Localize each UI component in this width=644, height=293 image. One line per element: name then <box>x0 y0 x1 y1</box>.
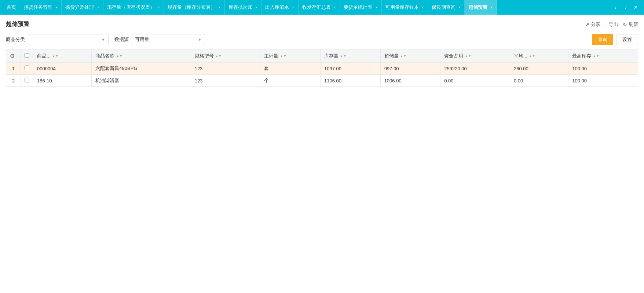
th-checkbox <box>21 50 33 63</box>
share-button[interactable]: ↗ 分享 <box>585 21 600 28</box>
nav-close-8[interactable]: × <box>375 5 377 10</box>
th-stock: 库存量 ▲▼ <box>320 50 380 63</box>
share-label: 分享 <box>591 21 600 28</box>
row-num-1: 2 <box>6 75 21 87</box>
th-capital-label: 资金占用 <box>444 53 463 59</box>
nav-item-label-9: 可用量库存账本 <box>385 4 419 11</box>
row-checkbox-0[interactable] <box>25 66 29 70</box>
th-capital: 资金占用 ▲▼ <box>440 50 510 63</box>
th-maxstock: 最高库存 ▲▼ <box>568 50 638 63</box>
th-settings: ⚙ <box>6 50 21 63</box>
export-button[interactable]: ↓ 导出 <box>605 21 618 28</box>
th-maxstock-sort-icon[interactable]: ▲▼ <box>593 55 599 58</box>
th-unit-sort-icon[interactable]: ▲▼ <box>280 55 286 58</box>
row-capital-0: 259220.00 <box>440 63 510 75</box>
select-all-checkbox[interactable] <box>25 53 29 58</box>
nav-item-label-6: 出入库流水 <box>265 4 289 11</box>
row-spec-0: 123 <box>191 63 260 75</box>
nav-close-5[interactable]: × <box>255 5 257 10</box>
nav-item-label-0: 首页 <box>7 4 16 11</box>
row-overstock-0: 997.00 <box>380 63 440 75</box>
nav-item-9[interactable]: 可用量库存账本× <box>382 0 428 15</box>
refresh-label: 刷新 <box>629 21 638 28</box>
datasource-dropdown-icon: ▼ <box>198 37 202 42</box>
row-num-0: 1 <box>6 63 21 75</box>
nav-item-label-8: 要货单统计表 <box>344 4 372 11</box>
row-stock-1: 1106.00 <box>320 75 380 87</box>
filter-row: 商品分类 ▼ 数据源 可用量 ▼ 查询 设置 <box>6 34 638 45</box>
export-icon: ↓ <box>605 22 607 27</box>
nav-close-7[interactable]: × <box>334 5 336 10</box>
nav-item-10[interactable]: 保质期查询× <box>428 0 465 15</box>
nav-close-11[interactable]: × <box>490 5 493 10</box>
row-checkbox-1[interactable] <box>25 78 29 82</box>
nav-item-label-7: 收发存汇总表 <box>302 4 331 11</box>
th-name-sort-icon[interactable]: ▲▼ <box>116 55 122 58</box>
th-avg-sort-icon[interactable]: ▲▼ <box>529 55 535 58</box>
page-header: 超储预警 ↗ 分享 ↓ 导出 ↻ 刷新 <box>6 21 638 28</box>
nav-item-1[interactable]: 拣货任务管理× <box>20 0 62 15</box>
nav-item-label-3: 现存量（库存状况表） <box>107 4 155 11</box>
settings-button[interactable]: 设置 <box>616 34 638 45</box>
th-name-label: 商品名称 <box>95 53 114 59</box>
refresh-button[interactable]: ↻ 刷新 <box>623 21 638 28</box>
th-unit: 主计量 ▲▼ <box>260 50 321 63</box>
th-code: 商品... ▲▼ <box>33 50 92 63</box>
th-avg: 平均... ▲▼ <box>510 50 568 63</box>
nav-close-9[interactable]: × <box>422 5 424 10</box>
row-checkbox-cell-0 <box>21 63 33 75</box>
nav-close-3[interactable]: × <box>158 5 160 10</box>
nav-arrows: ‹ › ✕ <box>610 0 641 15</box>
th-spec: 规格型号 ▲▼ <box>191 50 260 63</box>
row-code-0: 0000004 <box>33 63 92 75</box>
nav-item-2[interactable]: 拣货异常处理× <box>62 0 103 15</box>
row-avg-1: 0.00 <box>510 75 568 87</box>
th-overstock-sort-icon[interactable]: ▲▼ <box>400 55 407 58</box>
category-dropdown-icon: ▼ <box>101 37 105 42</box>
query-button[interactable]: 查询 <box>592 34 613 45</box>
row-code-1: 186-10... <box>33 75 92 87</box>
nav-item-8[interactable]: 要货单统计表× <box>340 0 381 15</box>
page-title: 超储预警 <box>6 21 29 28</box>
settings-gear-icon[interactable]: ⚙ <box>10 53 15 59</box>
row-maxstock-1: 100.00 <box>568 75 638 87</box>
datasource-select[interactable]: 可用量 ▼ <box>132 34 205 45</box>
nav-item-label-1: 拣货任务管理 <box>24 4 52 11</box>
th-stock-sort-icon[interactable]: ▲▼ <box>340 55 347 58</box>
share-icon: ↗ <box>585 22 589 27</box>
th-spec-sort-icon[interactable]: ▲▼ <box>215 55 222 58</box>
nav-close-6[interactable]: × <box>292 5 294 10</box>
nav-item-3[interactable]: 现存量（库存状况表）× <box>103 0 164 15</box>
nav-item-4[interactable]: 现存量（库存分布表）× <box>164 0 224 15</box>
nav-item-7[interactable]: 收发存汇总表× <box>299 0 340 15</box>
th-code-sort-icon[interactable]: ▲▼ <box>52 55 59 58</box>
nav-next-arrow[interactable]: › <box>621 0 631 15</box>
row-avg-0: 260.00 <box>510 63 568 75</box>
nav-item-6[interactable]: 出入库流水× <box>261 0 298 15</box>
nav-close-10[interactable]: × <box>458 5 461 10</box>
nav-prev-arrow[interactable]: ‹ <box>610 0 621 15</box>
nav-close-4[interactable]: × <box>218 5 220 10</box>
nav-item-5[interactable]: 库存批次账× <box>225 0 261 15</box>
page-content: 超储预警 ↗ 分享 ↓ 导出 ↻ 刷新 商品分类 ▼ 数据源 <box>0 15 644 293</box>
row-unit-1: 个 <box>260 75 321 87</box>
export-label: 导出 <box>609 21 618 28</box>
nav-item-label-11: 超储预警 <box>468 4 487 11</box>
datasource-filter: 数据源 可用量 ▼ <box>114 34 205 45</box>
refresh-icon: ↻ <box>623 22 627 27</box>
filter-actions: 查询 设置 <box>592 34 638 45</box>
nav-item-0[interactable]: 首页 <box>3 0 20 15</box>
category-select[interactable]: ▼ <box>28 34 109 45</box>
nav-close-2[interactable]: × <box>97 5 99 10</box>
category-label: 商品分类 <box>6 36 25 43</box>
nav-item-11[interactable]: 超储预警× <box>465 0 497 15</box>
nav-item-label-4: 现存量（库存分布表） <box>168 4 215 11</box>
th-avg-label: 平均... <box>514 53 527 59</box>
th-capital-sort-icon[interactable]: ▲▼ <box>465 55 471 58</box>
th-name: 商品名称 ▲▼ <box>92 50 191 63</box>
nav-close-arrow[interactable]: ✕ <box>631 0 641 15</box>
data-table: ⚙ 商品... ▲▼ 商品名称 ▲▼ <box>6 49 638 87</box>
nav-close-1[interactable]: × <box>55 5 58 10</box>
row-checkbox-cell-1 <box>21 75 33 87</box>
table-row: 2 186-10... 机油滤清器 123 个 1106.00 1006.00 … <box>6 75 638 87</box>
